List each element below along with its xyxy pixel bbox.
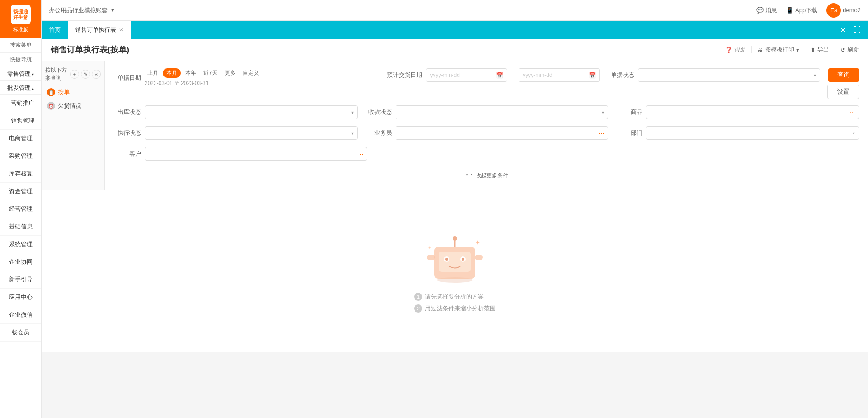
refresh-icon: ↺: [840, 47, 845, 53]
help-button[interactable]: ❓ 帮助: [725, 46, 746, 54]
tip-text-2: 用过滤条件来缩小分析范围: [425, 304, 495, 313]
date-tab-current-month[interactable]: 本月: [163, 68, 181, 78]
sidebar-item-finance[interactable]: 资金管理: [0, 183, 41, 200]
filter-option-by-order[interactable]: 📋 按单: [45, 86, 101, 99]
dots-icon2: ···: [599, 129, 604, 137]
shipment-status-select[interactable]: ▾: [145, 105, 358, 119]
sidebar-item-ecommerce[interactable]: 电商管理: [0, 130, 41, 147]
date-tab-custom[interactable]: 自定义: [240, 68, 262, 78]
chevron-down-icon: ▾: [32, 72, 34, 77]
sidebar-item-marketing[interactable]: 营销推广: [0, 95, 41, 112]
tip-num-2: 2: [414, 304, 422, 313]
avatar[interactable]: Ea: [826, 3, 841, 18]
app-download-button[interactable]: 📱 App下载: [786, 6, 817, 14]
sidebar-item-label: 系统管理: [9, 240, 33, 248]
edit-icon: ✎: [84, 71, 88, 77]
chevron-down-icon5: ▾: [853, 131, 855, 136]
date-placeholder2: yyyy-mm-dd: [523, 72, 552, 78]
message-label: 消息: [765, 6, 777, 14]
sidebar-item-system[interactable]: 系统管理: [0, 236, 41, 253]
settings-button[interactable]: 设置: [827, 85, 859, 99]
expected-date-end[interactable]: yyyy-mm-dd 📅: [519, 68, 600, 82]
doc-date-label: 单据日期: [114, 74, 141, 82]
date-tab-current-year[interactable]: 本年: [183, 68, 199, 78]
print-label: 按模板打印: [765, 46, 794, 54]
salesperson-field: 业务员 ···: [365, 126, 609, 140]
edit-scheme-button[interactable]: ✎: [81, 70, 90, 79]
help-icon: ❓: [725, 47, 732, 53]
export-button[interactable]: ⬆ 导出: [811, 46, 829, 54]
tab-home[interactable]: 首页: [42, 21, 68, 39]
sidebar-search[interactable]: 搜索菜单: [0, 38, 41, 53]
divider1: [751, 46, 752, 53]
sidebar-item-enterprise[interactable]: 企业协同: [0, 253, 41, 271]
shipment-status-label: 出库状态: [114, 108, 141, 116]
sidebar-item-sales[interactable]: 销售管理: [0, 112, 41, 130]
sidebar-item-label: 库存核算: [9, 170, 33, 178]
date-tab-last-month[interactable]: 上月: [145, 68, 161, 78]
salesperson-select[interactable]: ···: [396, 126, 609, 140]
sidebar-item-operations[interactable]: 经营管理: [0, 200, 41, 218]
date-tab-last-7days[interactable]: 近7天: [201, 68, 220, 78]
filter-scheme-label: 按以下方案查询: [45, 66, 70, 82]
payment-status-select[interactable]: ▾: [396, 105, 609, 119]
collapse-more-bar[interactable]: ⌃⌃ 收起更多条件: [114, 168, 859, 183]
sidebar-item-newguide[interactable]: 新手引导: [0, 271, 41, 289]
svg-point-5: [445, 258, 448, 261]
tab-actions: ✕ ⛶: [837, 24, 868, 35]
svg-rect-2: [439, 252, 471, 272]
filter-option-label: 按单: [58, 88, 70, 96]
app-logo[interactable]: 畅捷通好生意 标准版: [0, 0, 41, 38]
add-scheme-button[interactable]: +: [70, 70, 79, 79]
sidebar-item-member[interactable]: 畅会员: [0, 324, 41, 342]
sidebar-item-purchase[interactable]: 采购管理: [0, 147, 41, 165]
tab-sales-order-exec[interactable]: 销售订单执行表 ✕: [68, 21, 131, 39]
chevron-up-icon: ▴: [32, 86, 34, 91]
query-button[interactable]: 查询: [828, 68, 859, 82]
tab-expand-icon[interactable]: ⛶: [852, 24, 863, 35]
sidebar-item-label: 销售管理: [11, 117, 34, 125]
exec-status-select[interactable]: ▾: [145, 126, 358, 140]
header-breadcrumb[interactable]: 办公用品行业模拟账套 ▾: [49, 6, 114, 14]
payment-status-label: 收款状态: [365, 108, 392, 116]
page-header: 销售订单执行表(按单) ❓ 帮助 🖨 按模板打印 ▾ ⬆ 导出: [42, 39, 868, 61]
filter-row-3: 执行状态 ▾ 业务员 ··· 部门: [114, 126, 859, 140]
message-button[interactable]: 💬 消息: [756, 6, 777, 14]
print-icon: 🖨: [757, 47, 763, 53]
collapse-more-icon: ⌃⌃: [465, 173, 474, 179]
doc-status-field: 单据状态 ▾: [607, 68, 820, 82]
filter-option-owe-goods[interactable]: ⏰ 欠货情况: [45, 99, 101, 113]
phone-icon: 📱: [786, 7, 793, 14]
sidebar-quick-nav[interactable]: 快捷导航: [0, 53, 41, 66]
breadcrumb-dropdown-icon[interactable]: ▾: [111, 7, 114, 14]
payment-status-field: 收款状态 ▾: [365, 105, 609, 119]
product-field: 商品 ···: [615, 105, 859, 119]
collapse-sidebar-button[interactable]: «: [92, 70, 101, 79]
chevron-down-icon4: ▾: [351, 131, 354, 136]
refresh-button[interactable]: ↺ 刷新: [840, 46, 859, 54]
sidebar-item-inventory[interactable]: 库存核算: [0, 165, 41, 183]
date-range-text: 2023-03-01 至 2023-03-31: [145, 80, 380, 87]
tab-close-all-icon[interactable]: ✕: [837, 24, 848, 35]
sidebar-item-label: 畅会员: [12, 328, 29, 337]
department-field: 部门 ▾: [615, 126, 859, 140]
print-button[interactable]: 🖨 按模板打印 ▾: [757, 46, 799, 54]
sidebar-item-wholesale[interactable]: 批发管理 ▴: [0, 81, 41, 95]
customer-field: 客户 ···: [114, 147, 367, 161]
sidebar-item-appstore[interactable]: 应用中心: [0, 289, 41, 306]
product-select[interactable]: ···: [646, 105, 859, 119]
sidebar-item-basic[interactable]: 基础信息: [0, 218, 41, 236]
doc-status-select[interactable]: ▾: [638, 68, 820, 82]
department-select[interactable]: ▾: [646, 126, 859, 140]
expected-date-start[interactable]: yyyy-mm-dd 📅: [426, 68, 507, 82]
filter-sidebar-actions: + ✎ «: [70, 70, 101, 79]
sidebar-item-retail[interactable]: 零售管理 ▾: [0, 66, 41, 81]
date-tab-more[interactable]: 更多: [222, 68, 238, 78]
order-option-icon: 📋: [47, 88, 55, 96]
user-profile[interactable]: Ea demo2: [826, 3, 861, 18]
customer-select[interactable]: ···: [145, 147, 367, 161]
tab-close-icon[interactable]: ✕: [119, 27, 123, 33]
sidebar-item-wechat[interactable]: 企业微信: [0, 306, 41, 324]
svg-point-6: [462, 258, 464, 261]
svg-rect-10: [475, 255, 483, 260]
